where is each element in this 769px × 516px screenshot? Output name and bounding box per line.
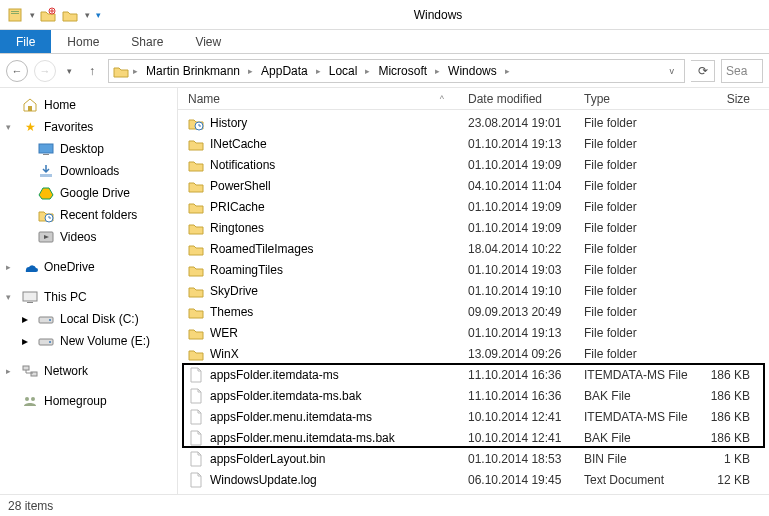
file-icon [188,367,204,383]
table-row[interactable]: WinX13.09.2014 09:26File folder [178,343,769,364]
downloads-icon [38,163,54,179]
sidebar-item-downloads[interactable]: Downloads [0,160,177,182]
chevron-right-icon[interactable]: ▸ [246,66,255,76]
file-size: 186 KB [698,389,756,403]
column-name[interactable]: Name^ [178,92,462,106]
file-name: PRICache [210,200,265,214]
table-row[interactable]: appsFolder.menu.itemdata-ms10.10.2014 12… [178,406,769,427]
file-date: 11.10.2014 16:36 [462,389,578,403]
file-date: 10.10.2014 12:41 [462,431,578,445]
chevron-down-icon[interactable]: ▾ [85,10,90,20]
table-row[interactable]: appsFolderLayout.bin01.10.2014 18:53BIN … [178,448,769,469]
table-row[interactable]: WER01.10.2014 19:13File folder [178,322,769,343]
crumb-segment[interactable]: AppData [257,64,312,78]
table-row[interactable]: appsFolder.menu.itemdata-ms.bak10.10.201… [178,427,769,448]
table-row[interactable]: WindowsUpdate.log06.10.2014 19:45Text Do… [178,469,769,490]
crumb-segment[interactable]: Windows [444,64,501,78]
table-row[interactable]: INetCache01.10.2014 19:13File folder [178,133,769,154]
expand-icon[interactable]: ▸ [22,334,28,348]
collapse-icon[interactable]: ▾ [6,122,11,132]
tab-home[interactable]: Home [51,30,115,53]
collapse-icon[interactable]: ▾ [6,292,11,302]
sidebar-label: Desktop [60,142,104,156]
chevron-right-icon[interactable]: ▸ [503,66,512,76]
tab-file[interactable]: File [0,30,51,53]
file-name: appsFolder.itemdata-ms.bak [210,389,361,403]
sidebar-onedrive[interactable]: ▸ OneDrive [0,256,177,278]
sidebar-network[interactable]: ▸ Network [0,360,177,382]
sidebar-home[interactable]: Home [0,94,177,116]
qat-customize-icon[interactable]: ▾ [96,10,101,20]
forward-button[interactable]: → [34,60,56,82]
column-headers: Name^ Date modified Type Size [178,88,769,110]
file-name: WER [210,326,238,340]
crumb-segment[interactable]: Microsoft [374,64,431,78]
sidebar-item-videos[interactable]: Videos [0,226,177,248]
address-dropdown-icon[interactable]: v [664,66,681,76]
sidebar-item-drive-e[interactable]: ▸ New Volume (E:) [0,330,177,352]
sort-ascending-icon: ^ [440,94,444,104]
tab-share[interactable]: Share [115,30,179,53]
sidebar-item-desktop[interactable]: Desktop [0,138,177,160]
up-button[interactable]: ↑ [82,61,102,81]
sidebar-item-google-drive[interactable]: Google Drive [0,182,177,204]
table-row[interactable]: SkyDrive01.10.2014 19:10File folder [178,280,769,301]
back-button[interactable]: ← [6,60,28,82]
title-bar: ▾ ▾ ▾ Windows [0,0,769,30]
svg-rect-5 [39,144,53,153]
file-type: File folder [578,242,698,256]
open-folder-icon[interactable] [61,6,79,24]
chevron-right-icon[interactable]: ▸ [433,66,442,76]
sidebar-label: Google Drive [60,186,130,200]
table-row[interactable]: PRICache01.10.2014 19:09File folder [178,196,769,217]
sidebar-homegroup[interactable]: Homegroup [0,390,177,412]
folder-icon [188,346,204,362]
new-folder-icon[interactable] [39,6,57,24]
expand-icon[interactable]: ▸ [22,312,28,326]
expand-icon[interactable]: ▸ [6,366,11,376]
file-type: File folder [578,326,698,340]
expand-icon[interactable]: ▸ [6,262,11,272]
column-date[interactable]: Date modified [462,92,578,106]
file-type: File folder [578,221,698,235]
file-date: 01.10.2014 19:09 [462,221,578,235]
crumb-segment[interactable]: Martin Brinkmann [142,64,244,78]
tab-view[interactable]: View [179,30,237,53]
sidebar-this-pc[interactable]: ▾ This PC [0,286,177,308]
file-name: appsFolder.menu.itemdata-ms [210,410,372,424]
search-input[interactable]: Sea [721,59,763,83]
sidebar-favorites[interactable]: ▾ ★ Favorites [0,116,177,138]
sidebar-item-drive-c[interactable]: ▸ Local Disk (C:) [0,308,177,330]
svg-point-19 [31,397,35,401]
file-name: appsFolder.menu.itemdata-ms.bak [210,431,395,445]
history-dropdown-icon[interactable]: ▾ [62,66,76,76]
svg-point-15 [49,341,51,343]
properties-icon[interactable] [6,6,24,24]
homegroup-icon [22,393,38,409]
breadcrumb[interactable]: ▸ Martin Brinkmann ▸ AppData ▸ Local ▸ M… [108,59,685,83]
crumb-segment[interactable]: Local [325,64,362,78]
chevron-right-icon[interactable]: ▸ [131,66,140,76]
table-row[interactable]: Themes09.09.2013 20:49File folder [178,301,769,322]
chevron-right-icon[interactable]: ▸ [363,66,372,76]
table-row[interactable]: Ringtones01.10.2014 19:09File folder [178,217,769,238]
refresh-button[interactable]: ⟳ [691,60,715,82]
table-row[interactable]: appsFolder.itemdata-ms11.10.2014 16:36IT… [178,364,769,385]
table-row[interactable]: PowerShell04.10.2014 11:04File folder [178,175,769,196]
sidebar-item-recent-folders[interactable]: Recent folders [0,204,177,226]
file-list[interactable]: History23.08.2014 19:01File folderINetCa… [178,110,769,494]
table-row[interactable]: RoamedTileImages18.04.2014 10:22File fol… [178,238,769,259]
column-size[interactable]: Size [698,92,756,106]
chevron-down-icon[interactable]: ▾ [30,10,35,20]
this-pc-icon [22,289,38,305]
table-row[interactable]: Notifications01.10.2014 19:09File folder [178,154,769,175]
chevron-right-icon[interactable]: ▸ [314,66,323,76]
table-row[interactable]: RoamingTiles01.10.2014 19:03File folder [178,259,769,280]
file-type: File folder [578,347,698,361]
column-type[interactable]: Type [578,92,698,106]
file-date: 01.10.2014 19:13 [462,137,578,151]
file-type: Text Document [578,473,698,487]
table-row[interactable]: appsFolder.itemdata-ms.bak11.10.2014 16:… [178,385,769,406]
table-row[interactable]: History23.08.2014 19:01File folder [178,112,769,133]
folder-icon [188,241,204,257]
